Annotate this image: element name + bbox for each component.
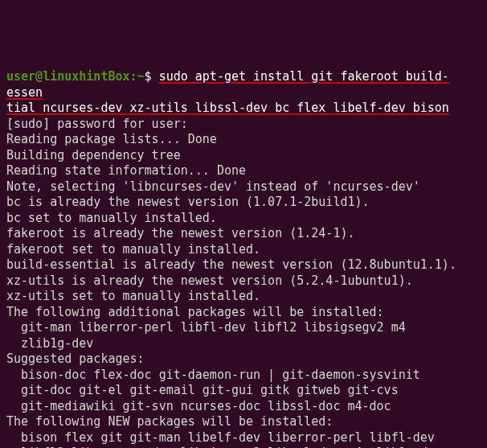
output-line: git-doc git-el git-email git-gui gitk gi… [6,383,399,397]
prompt-path: ~ [137,69,145,84]
prompt-symbol: $ [145,69,152,84]
output-line: git-man liberror-perl libfl-dev libfl2 l… [6,320,406,335]
output-line: bison flex git git-man libelf-dev liberr… [6,430,435,445]
output-line: xz-utils set to manually installed. [6,289,260,303]
output-line: Note, selecting 'libncurses-dev' instead… [6,179,420,194]
command-text-part2: tial ncurses-dev xz-utils libssl-dev bc … [6,101,449,115]
terminal-window[interactable]: user@linuxhintBox:~$ sudo apt-get instal… [6,69,481,448]
output-line: Building dependency tree [6,148,181,162]
prompt-user-host: user@linuxhintBox [6,69,130,84]
output-line: bison-doc flex-doc git-daemon-run | git-… [6,368,420,382]
output-line: bc set to manually installed. [6,211,217,225]
output-line: xz-utils is already the newest version (… [6,273,413,288]
output-line: The following additional packages will b… [6,305,384,319]
output-line: Reading state information... Done [6,163,246,178]
output-line: zlib1g-dev [6,336,93,351]
output-line: fakeroot set to manually installed. [6,242,260,257]
output-line: The following NEW packages will be insta… [6,414,333,429]
output-line: Reading package lists... Done [6,132,217,146]
output-line: [sudo] password for user: [6,117,188,131]
output-line: bc is already the newest version (1.07.1… [6,195,370,209]
prompt-separator: : [130,69,137,84]
output-line: build-essential is already the newest ve… [6,257,456,272]
output-line: git-mediawiki git-svn ncurses-doc libssl… [6,399,391,413]
output-line: fakeroot is already the newest version (… [6,226,354,240]
output-line: Suggested packages: [6,351,145,366]
